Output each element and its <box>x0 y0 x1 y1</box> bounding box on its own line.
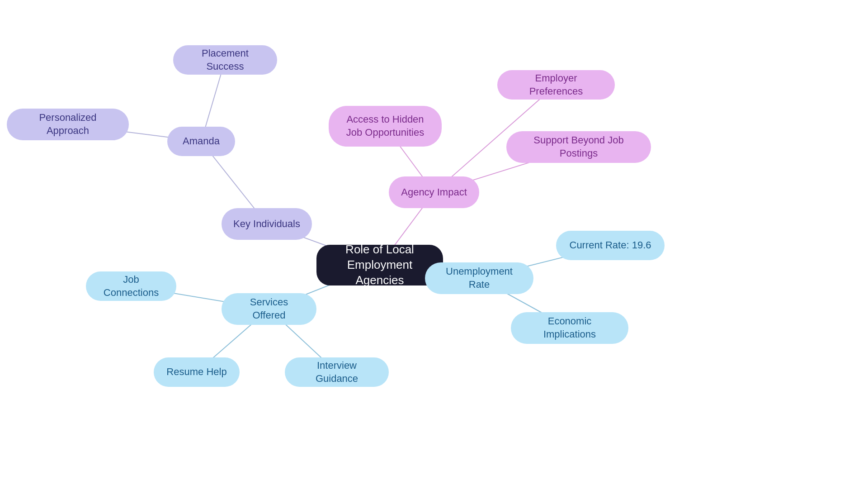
interview-guidance-label: Interview Guidance <box>296 359 378 385</box>
personalized-approach-label: Personalized Approach <box>18 111 118 137</box>
current-rate-label: Current Rate: 19.6 <box>570 239 651 252</box>
economic-implications-node[interactable]: Economic Implications <box>511 312 628 344</box>
unemployment-rate-label: Unemployment Rate <box>436 265 523 291</box>
job-connections-label: Job Connections <box>97 273 165 299</box>
resume-help-node[interactable]: Resume Help <box>154 357 240 387</box>
current-rate-node[interactable]: Current Rate: 19.6 <box>556 231 665 260</box>
center-node[interactable]: Role of Local Employment Agencies <box>316 245 443 285</box>
services-offered-label: Services Offered <box>232 296 306 322</box>
access-hidden-jobs-node[interactable]: Access to Hidden Job Opportunities <box>329 106 442 147</box>
agency-impact-node[interactable]: Agency Impact <box>389 176 479 208</box>
amanda-node[interactable]: Amanda <box>167 127 235 156</box>
unemployment-rate-node[interactable]: Unemployment Rate <box>425 262 533 294</box>
services-offered-node[interactable]: Services Offered <box>222 293 316 325</box>
economic-implications-label: Economic Implications <box>522 315 618 341</box>
access-hidden-jobs-label: Access to Hidden Job Opportunities <box>340 113 431 139</box>
employer-preferences-node[interactable]: Employer Preferences <box>497 70 615 100</box>
interview-guidance-node[interactable]: Interview Guidance <box>285 357 389 387</box>
employer-preferences-label: Employer Preferences <box>508 72 604 98</box>
support-beyond-node[interactable]: Support Beyond Job Postings <box>506 131 651 163</box>
job-connections-node[interactable]: Job Connections <box>86 271 176 301</box>
center-node-label: Role of Local Employment Agencies <box>327 242 432 288</box>
support-beyond-label: Support Beyond Job Postings <box>517 134 640 160</box>
personalized-approach-node[interactable]: Personalized Approach <box>7 109 129 140</box>
key-individuals-node[interactable]: Key Individuals <box>222 208 312 240</box>
placement-success-label: Placement Success <box>184 47 266 73</box>
placement-success-node[interactable]: Placement Success <box>173 45 277 75</box>
amanda-label: Amanda <box>183 135 220 148</box>
agency-impact-label: Agency Impact <box>401 186 467 199</box>
resume-help-label: Resume Help <box>166 366 226 379</box>
key-individuals-label: Key Individuals <box>233 218 300 231</box>
